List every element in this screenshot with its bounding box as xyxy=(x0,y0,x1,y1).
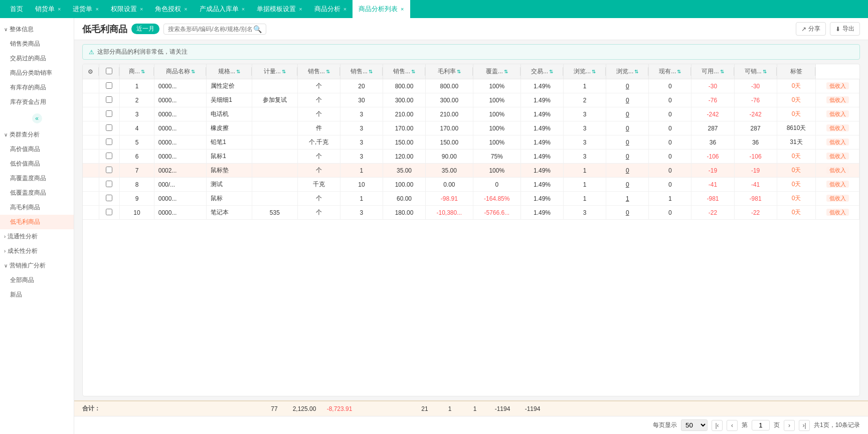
row-views1[interactable]: 0 xyxy=(606,206,649,220)
sidebar-item-low-margin[interactable]: 低毛利商品 xyxy=(0,215,74,229)
header-bar: 低毛利商品 近一月 🔍 ↗ 分享 ⬇ 导出 xyxy=(74,18,868,40)
sidebar-group-cluster[interactable]: ∨ 类群查分析 xyxy=(0,127,74,142)
close-icon[interactable]: × xyxy=(140,0,143,18)
first-page-button[interactable]: |‹ xyxy=(712,420,723,431)
row-select-checkbox[interactable] xyxy=(106,96,112,103)
row-views1[interactable]: 0 xyxy=(606,79,649,93)
close-icon[interactable]: × xyxy=(184,0,187,18)
nav-product-in[interactable]: 产成品入库单 × xyxy=(194,0,251,18)
row-select-checkbox[interactable] xyxy=(106,110,112,117)
sort-icon[interactable]: ⇅ xyxy=(720,69,724,74)
sidebar-item-high-value[interactable]: 高价值商品 xyxy=(0,142,74,157)
sort-icon[interactable]: ⇅ xyxy=(549,69,553,74)
sort-icon[interactable]: ⇅ xyxy=(457,69,461,74)
sort-icon[interactable]: ⇅ xyxy=(369,69,373,74)
sort-icon[interactable]: ⇅ xyxy=(411,69,415,74)
col-header-code: 商...⇅ xyxy=(120,64,154,79)
row-select-checkbox[interactable] xyxy=(106,209,112,215)
row-checkbox xyxy=(99,93,120,107)
sidebar-item-in-stock[interactable]: 有库存的商品 xyxy=(0,80,74,95)
select-all-checkbox[interactable] xyxy=(106,68,112,74)
sort-icon[interactable]: ⇅ xyxy=(191,69,195,74)
sidebar-group-marketing[interactable]: ∨ 营销推广分析 xyxy=(0,258,74,273)
nav-home[interactable]: 首页 xyxy=(4,0,29,18)
close-icon[interactable]: × xyxy=(95,0,98,18)
row-views1[interactable]: 0 xyxy=(606,93,649,107)
sidebar-item-high-coverage[interactable]: 高覆盖度商品 xyxy=(0,171,74,186)
close-icon[interactable]: × xyxy=(343,0,346,18)
sidebar-item-low-coverage[interactable]: 低覆盖度商品 xyxy=(0,186,74,200)
row-select-checkbox[interactable] xyxy=(106,138,112,145)
row-select-checkbox[interactable] xyxy=(106,82,112,89)
row-views1[interactable]: 0 xyxy=(606,107,649,121)
row-sales-price: 100.00 xyxy=(383,178,425,192)
chevron-right-icon: › xyxy=(4,234,6,239)
row-views1[interactable]: 0 xyxy=(606,121,649,135)
search-icon[interactable]: 🔍 xyxy=(253,25,262,33)
row-views1[interactable]: 1 xyxy=(606,192,649,206)
row-select-checkbox[interactable] xyxy=(106,181,112,187)
sidebar-item-category-rate[interactable]: 商品分类助销率 xyxy=(0,66,74,80)
row-gross-margin: 100% xyxy=(473,107,520,121)
row-transactions: 3 xyxy=(564,121,606,135)
sidebar-item-all-products[interactable]: 全部商品 xyxy=(0,273,74,287)
page-suffix: 页 xyxy=(774,421,780,429)
sort-icon[interactable]: ⇅ xyxy=(282,69,286,74)
nav-role-auth[interactable]: 角色授权 × xyxy=(149,0,193,18)
row-name: 笔记本 xyxy=(207,206,252,220)
next-page-button[interactable]: › xyxy=(784,420,795,431)
per-page-select[interactable]: 50 20 100 xyxy=(681,419,708,431)
sort-icon[interactable]: ⇅ xyxy=(236,69,240,74)
share-button[interactable]: ↗ 分享 xyxy=(796,22,826,36)
sidebar-group-circulation[interactable]: › 流通性分析 xyxy=(0,229,74,244)
sidebar-item-new-products[interactable]: 新品 xyxy=(0,287,74,302)
sidebar-item-traded-products[interactable]: 交易过的商品 xyxy=(0,51,74,66)
prev-page-button[interactable]: ‹ xyxy=(727,420,738,431)
nav-product-analysis-list[interactable]: 商品分析列表 × xyxy=(353,0,410,18)
search-input[interactable] xyxy=(168,26,253,33)
close-icon[interactable]: × xyxy=(242,0,245,18)
close-icon[interactable]: × xyxy=(401,0,404,18)
sort-icon[interactable]: ⇅ xyxy=(326,69,330,74)
row-select-checkbox[interactable] xyxy=(106,153,112,159)
row-current-stock: -22 xyxy=(691,206,734,220)
sort-icon[interactable]: ⇅ xyxy=(592,69,596,74)
row-tag: 低收入 xyxy=(816,150,859,164)
row-views1[interactable]: 0 xyxy=(606,178,649,192)
row-select-checkbox[interactable] xyxy=(106,195,112,201)
last-page-button[interactable]: ›| xyxy=(799,420,810,431)
sort-icon[interactable]: ⇅ xyxy=(677,69,681,74)
close-icon[interactable]: × xyxy=(58,0,61,18)
nav-sales-order[interactable]: 销货单 × xyxy=(29,0,67,18)
sidebar-item-stock-capital[interactable]: 库存资金占用 xyxy=(0,95,74,109)
row-tag: 低收入 xyxy=(816,164,859,178)
settings-col-header[interactable]: ⚙ xyxy=(83,64,99,79)
sort-icon[interactable]: ⇅ xyxy=(634,69,638,74)
row-views1[interactable]: 0 xyxy=(606,164,649,178)
sort-icon[interactable]: ⇅ xyxy=(763,69,767,74)
export-button[interactable]: ⬇ 导出 xyxy=(830,22,860,36)
page-number-input[interactable] xyxy=(752,420,770,430)
sidebar-item-low-value[interactable]: 低价值商品 xyxy=(0,157,74,171)
nav-template-settings[interactable]: 单据模板设置 × xyxy=(251,0,308,18)
sort-icon[interactable]: ⇅ xyxy=(504,69,508,74)
row-views1[interactable]: 0 xyxy=(606,150,649,164)
close-icon[interactable]: × xyxy=(299,0,302,18)
sidebar-group-growth[interactable]: › 成长性分析 xyxy=(0,244,74,258)
row-views1[interactable]: 0 xyxy=(606,135,649,150)
sidebar-collapse-button[interactable]: « xyxy=(32,113,42,123)
nav-permissions[interactable]: 权限设置 × xyxy=(105,0,149,18)
checkbox-col-header xyxy=(99,64,120,79)
row-select-checkbox[interactable] xyxy=(106,124,112,131)
sidebar-group-overview[interactable]: ∨ 整体信息 xyxy=(0,22,74,37)
row-sales-count: 30 xyxy=(340,93,383,107)
sidebar-item-high-margin[interactable]: 高毛利商品 xyxy=(0,200,74,215)
sidebar-item-sales-products[interactable]: 销售类商品 xyxy=(0,37,74,51)
row-views2: 0 xyxy=(649,164,691,178)
table-row: 6 0000... 鼠标1 个 3 120.00 90.00 75% 1.49%… xyxy=(83,150,859,164)
sort-icon[interactable]: ⇅ xyxy=(141,69,145,74)
nav-product-analysis[interactable]: 商品分析 × xyxy=(308,0,353,18)
nav-purchase-order[interactable]: 进货单 × xyxy=(67,0,104,18)
period-badge[interactable]: 近一月 xyxy=(131,24,159,34)
row-select-checkbox[interactable] xyxy=(106,167,112,173)
